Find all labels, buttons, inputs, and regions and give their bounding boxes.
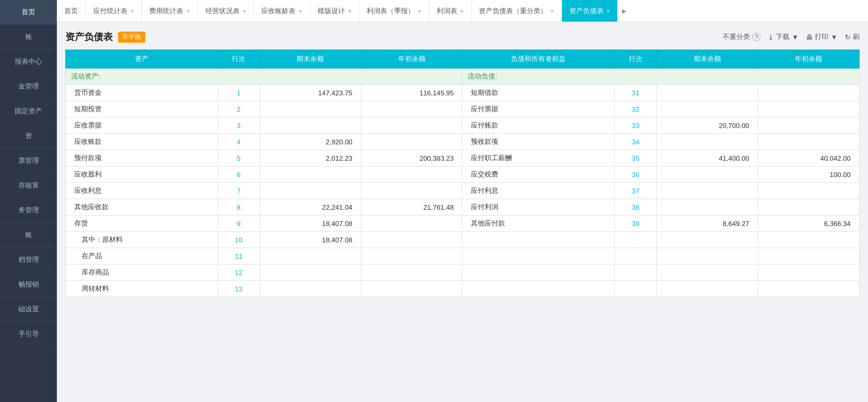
right-end-balance [657,85,758,101]
right-name[interactable] [462,248,615,264]
right-end-balance: 20,700.00 [657,117,758,134]
tab-payable-stats-close[interactable]: × [131,8,134,14]
sidebar-item-guide[interactable]: 手引导 [0,322,57,347]
download-button[interactable]: ⤓ 下载 ▼ [768,32,798,42]
sidebar-item-inventory[interactable]: 存核算 [0,173,57,198]
sidebar-item-ledger[interactable]: 账 [0,223,57,248]
col-year-start2: 年初余额 [758,50,859,68]
sidebar-item-ticket-mgmt[interactable]: 票管理 [0,149,57,173]
right-end-balance [657,264,758,281]
left-year-start: 200,383.23 [361,150,462,166]
left-end-balance [260,264,361,281]
left-name[interactable]: 货币资金 [66,85,218,101]
balance-sheet-table: 资产 行次 期末余额 年初余额 负债和所有者权益 行次 期末余额 年初余额 流动… [65,50,860,297]
tab-expense-stats[interactable]: 费用统计表 × [142,0,198,22]
right-name[interactable]: 其他应付款 [462,215,615,232]
right-end-balance: 41,400.00 [657,150,758,166]
tab-receivable-aging-close[interactable]: × [299,8,302,14]
tab-profit-quarterly[interactable]: 利润表（季报） × [359,0,429,22]
tab-scroll-arrow[interactable]: ▸ [618,6,630,16]
category-label: 不重分类 [723,32,750,42]
sidebar-item-fund-mgmt[interactable]: 金管理 [0,74,57,99]
tab-home[interactable]: 首页 [57,0,86,22]
sidebar-item-settings[interactable]: 础设置 [0,297,57,322]
right-name[interactable] [462,232,615,248]
left-end-balance [260,183,361,199]
left-row-num: 4 [218,134,260,150]
right-name[interactable]: 应付票据 [462,101,615,117]
left-year-start [361,248,462,264]
print-button[interactable]: 🖶 打印 ▼ [806,32,837,42]
col-assets: 资产 [66,50,218,68]
left-name[interactable]: 短期投资 [66,101,218,117]
right-year-start [758,232,859,248]
left-row-num: 10 [218,232,260,248]
right-name[interactable]: 应付职工薪酬 [462,150,615,166]
right-row-num: 34 [615,134,657,150]
right-name[interactable]: 应交税费 [462,166,615,183]
sidebar-item-affairs-mgmt[interactable]: 务管理 [0,198,57,223]
sidebar-item-archive[interactable]: 档管理 [0,248,57,272]
right-name[interactable]: 预收款项 [462,134,615,150]
tab-balance-reclassified[interactable]: 资产负债表（重分类） × [471,0,561,22]
right-name[interactable]: 短期借款 [462,85,615,101]
refresh-icon: ↻ [845,33,851,41]
left-name[interactable]: 其他应收款 [66,199,218,215]
sidebar-item-expense[interactable]: 畅报销 [0,272,57,297]
left-year-start [361,183,462,199]
left-year-start [361,232,462,248]
tab-operation-status[interactable]: 经营状况表 × [198,0,254,22]
sidebar-item-home[interactable]: 首页 [0,0,57,25]
section-left-label: 流动资产: [66,68,462,85]
right-end-balance [657,134,758,150]
right-name[interactable] [462,264,615,281]
tab-expense-stats-close[interactable]: × [186,8,190,14]
col-year-start: 年初余额 [361,50,462,68]
print-label: 打印 [815,32,828,42]
main-area: 首页 应付统计表 × 费用统计表 × 经营状况表 × 应收账龄表 × 模版设计 … [57,0,868,402]
right-row-num [615,264,657,281]
left-row-num: 7 [218,183,260,199]
tab-template-design-close[interactable]: × [348,8,351,14]
left-name[interactable]: 应收利息 [66,183,218,199]
right-row-num: 31 [615,85,657,101]
download-chevron: ▼ [792,33,798,41]
right-name[interactable]: 应付利息 [462,183,615,199]
refresh-button[interactable]: ↻ 刷 [845,32,860,42]
tab-template-design[interactable]: 模版设计 × [310,0,359,22]
left-name[interactable]: 应收股利 [66,166,218,183]
right-year-start: 6,366.34 [758,215,859,232]
sidebar-item-capital[interactable]: 资 [0,124,57,149]
tab-operation-status-close[interactable]: × [243,8,246,14]
right-name[interactable]: 应付账款 [462,117,615,134]
sidebar-item-fixed-assets[interactable]: 固定资产 [0,99,57,124]
tab-balance-sheet-close[interactable]: × [607,8,610,14]
left-end-balance: 18,407.08 [260,232,361,248]
category-toggle[interactable]: 不重分类 ? [723,32,761,42]
left-year-start [361,281,462,297]
right-name[interactable]: 应付利润 [462,199,615,215]
left-name[interactable]: 周转材料 [66,281,218,297]
left-name[interactable]: 应收票据 [66,117,218,134]
header-actions: 不重分类 ? ⤓ 下载 ▼ 🖶 打印 ▼ ↻ 刷 [723,32,860,42]
left-name[interactable]: 存货 [66,215,218,232]
left-name[interactable]: 应收账款 [66,134,218,150]
tab-profit-quarterly-close[interactable]: × [418,8,421,14]
left-name[interactable]: 预付款项 [66,150,218,166]
left-end-balance: 18,407.08 [260,215,361,232]
left-name[interactable]: 在产品 [66,248,218,264]
help-icon[interactable]: ? [752,33,761,41]
right-row-num: 33 [615,117,657,134]
right-year-start [758,134,859,150]
tab-payable-stats[interactable]: 应付统计表 × [86,0,142,22]
tab-receivable-aging[interactable]: 应收账龄表 × [254,0,310,22]
left-name[interactable]: 其中：原材料 [66,232,218,248]
right-name[interactable] [462,281,615,297]
sidebar-item-account[interactable]: 账 [0,25,57,50]
tab-profit-close[interactable]: × [460,8,463,14]
left-name[interactable]: 库存商品 [66,264,218,281]
tab-balance-sheet[interactable]: 资产负债表 × [562,0,618,22]
sidebar-item-report-center[interactable]: 报表中心 [0,50,57,74]
tab-balance-reclassified-close[interactable]: × [550,8,554,14]
tab-profit[interactable]: 利润表 × [429,0,471,22]
